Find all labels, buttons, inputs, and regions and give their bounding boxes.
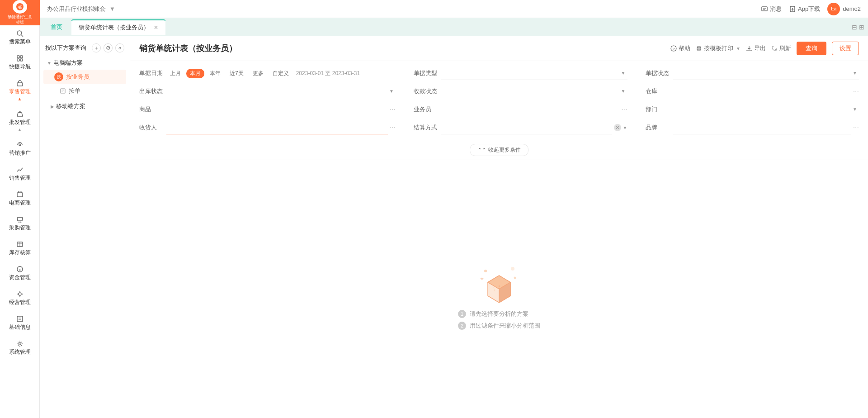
user-menu[interactable]: Ea demo2 <box>827 3 861 15</box>
recipient-dots[interactable]: ··· <box>390 124 396 132</box>
sidebar: 畅 畅捷通好生意 标版 搜索菜单 快捷导航 零售管理 ▲ 批发管理 ▲ 营销推广… <box>0 0 40 418</box>
dropdown-arrow[interactable]: ▼ <box>109 5 115 12</box>
svg-rect-33 <box>698 49 700 50</box>
svg-point-12 <box>19 222 19 223</box>
filter-product: 商品 ··· <box>139 103 396 116</box>
sidebar-item-retail[interactable]: 零售管理 ▲ <box>0 75 40 106</box>
filter-warehouse: 仓库 ··· <box>646 85 859 98</box>
setting-button[interactable]: 设置 <box>832 42 859 55</box>
svg-point-35 <box>511 267 514 271</box>
sidebar-item-system[interactable]: 系统管理 <box>0 336 40 361</box>
user-initials: Ea <box>831 6 836 11</box>
svg-point-36 <box>514 277 516 279</box>
tab-minimize-btn[interactable]: ⊟ <box>852 24 857 31</box>
content-header: 销货单统计表（按业务员） ? 帮助 按模板打印 ▼ 导出 <box>130 36 868 61</box>
date-btn-this-month[interactable]: 本月 <box>186 69 204 78</box>
svg-point-23 <box>19 343 21 345</box>
export-btn[interactable]: 导出 <box>746 44 766 52</box>
collapse-scheme-btn[interactable]: « <box>115 43 124 52</box>
doc-status-select[interactable] <box>673 66 859 80</box>
sidebar-item-finance[interactable]: ¥ 资金管理 <box>0 261 40 286</box>
refresh-btn[interactable]: 刷新 <box>771 44 791 52</box>
add-scheme-btn[interactable]: ＋ <box>92 43 101 52</box>
tree-item-by-salesperson[interactable]: 按 按业务员 <box>43 70 126 84</box>
message-icon <box>761 5 768 13</box>
sidebar-item-operations[interactable]: 经营管理 <box>0 286 40 311</box>
warehouse-dots[interactable]: ··· <box>853 87 859 95</box>
empty-tip-2-text: 用过滤条件来缩小分析范围 <box>470 322 540 330</box>
recipient-input[interactable] <box>166 121 388 134</box>
message-btn[interactable]: 消息 <box>761 5 782 13</box>
doc-type-select[interactable] <box>441 66 627 80</box>
query-button[interactable]: 查询 <box>797 42 826 55</box>
user-avatar: Ea <box>827 3 840 15</box>
filter-department: 部门 ▼ <box>646 103 859 116</box>
salesperson-dots[interactable]: ··· <box>621 105 627 114</box>
sidebar-item-inventory[interactable]: 库存核算 <box>0 236 40 261</box>
brand-input[interactable] <box>673 121 851 134</box>
topbar-right: 消息 App下载 Ea demo2 <box>761 3 861 15</box>
date-label: 单据日期 <box>139 69 163 77</box>
tree-item-by-doc[interactable]: 按单 <box>43 84 126 98</box>
date-btn-more[interactable]: 更多 <box>249 69 267 78</box>
message-label: 消息 <box>770 5 782 13</box>
tab-home[interactable]: 首页 <box>43 19 70 35</box>
settlement-select[interactable] <box>441 121 612 134</box>
date-btn-custom[interactable]: 自定义 <box>269 69 292 78</box>
tree-group-mobile-title[interactable]: ▶ 移动端方案 <box>43 100 126 113</box>
product-dots[interactable]: ··· <box>390 105 396 114</box>
main-content: 办公用品行业模拟账套 ▼ 消息 App下载 Ea demo2 首页 <box>40 0 868 418</box>
empty-tip-1: 1 请先选择要分析的方案 <box>458 310 540 318</box>
department-select[interactable] <box>673 103 859 116</box>
operations-icon <box>16 290 24 298</box>
help-btn[interactable]: ? 帮助 <box>670 44 690 52</box>
app-download-btn[interactable]: App下载 <box>789 5 820 13</box>
sidebar-item-marketing[interactable]: 营销推广 <box>0 137 40 162</box>
scheme-panel-icons: ＋ ⚙ « <box>92 43 124 52</box>
settlement-clear-btn[interactable]: ✕ <box>614 124 621 131</box>
tab-maximize-btn[interactable]: ⊞ <box>859 24 864 31</box>
settlement-arrow: ▼ <box>623 125 627 130</box>
product-label: 商品 <box>139 105 163 114</box>
out-status-select[interactable] <box>166 85 396 98</box>
sidebar-item-search[interactable]: 搜索菜单 <box>0 25 40 50</box>
brand-label: 品牌 <box>646 124 669 132</box>
filter-row-2: 出库状态 ▼ 收款状态 ▼ <box>139 85 859 98</box>
doc-status-label: 单据状态 <box>646 69 669 77</box>
filter-brand: 品牌 ··· <box>646 121 859 134</box>
date-btn-this-year[interactable]: 本年 <box>206 69 224 78</box>
sidebar-item-shortcut[interactable]: 快捷导航 <box>0 50 40 75</box>
warehouse-input[interactable] <box>673 85 851 98</box>
tab-report[interactable]: 销货单统计表（按业务员） ✕ <box>71 19 165 35</box>
filter-row-4: 收货人 ··· 结算方式 ✕ ▼ 品牌 <box>139 121 859 134</box>
empty-tip-2: 2 用过滤条件来缩小分析范围 <box>458 322 540 330</box>
user-name: demo2 <box>843 5 861 12</box>
recipient-label: 收货人 <box>139 124 163 132</box>
collapse-btn[interactable]: ⌃⌃ 收起更多条件 <box>470 144 528 156</box>
company-name: 办公用品行业模拟账套 <box>47 5 106 13</box>
sidebar-item-purchase[interactable]: 采购管理 <box>0 211 40 236</box>
sidebar-item-wholesale[interactable]: 批发管理 ▲ <box>0 106 40 137</box>
content-panel: 销货单统计表（按业务员） ? 帮助 按模板打印 ▼ 导出 <box>130 36 868 418</box>
sidebar-item-ecommerce[interactable]: 电商管理 <box>0 186 40 211</box>
print-btn[interactable]: 按模板打印 ▼ <box>696 44 741 52</box>
salesperson-input[interactable] <box>441 103 619 116</box>
sales-icon <box>16 166 24 173</box>
sidebar-label-retail: 零售管理 <box>9 88 31 95</box>
tree-group-desktop-title[interactable]: ▼ 电脑端方案 <box>43 56 126 70</box>
warehouse-label: 仓库 <box>646 87 669 95</box>
tab-report-label: 销货单统计表（按业务员） <box>79 24 149 32</box>
edit-scheme-btn[interactable]: ⚙ <box>104 43 113 52</box>
purchase-icon <box>16 216 24 223</box>
sidebar-item-basic[interactable]: 基础信息 <box>0 311 40 336</box>
tree-group-mobile-label: 移动端方案 <box>56 102 85 110</box>
brand-dots[interactable]: ··· <box>853 124 859 132</box>
payment-status-select[interactable] <box>441 85 627 98</box>
scheme-header-text: 按以下方案查询 <box>45 44 86 52</box>
date-btn-last-month[interactable]: 上月 <box>166 69 184 78</box>
tree-item-doc-label: 按单 <box>69 87 80 95</box>
date-btn-7days[interactable]: 近7天 <box>226 69 247 78</box>
tab-close-btn[interactable]: ✕ <box>154 24 158 31</box>
product-input[interactable] <box>166 103 388 116</box>
sidebar-item-sales[interactable]: 销售管理 <box>0 162 40 186</box>
